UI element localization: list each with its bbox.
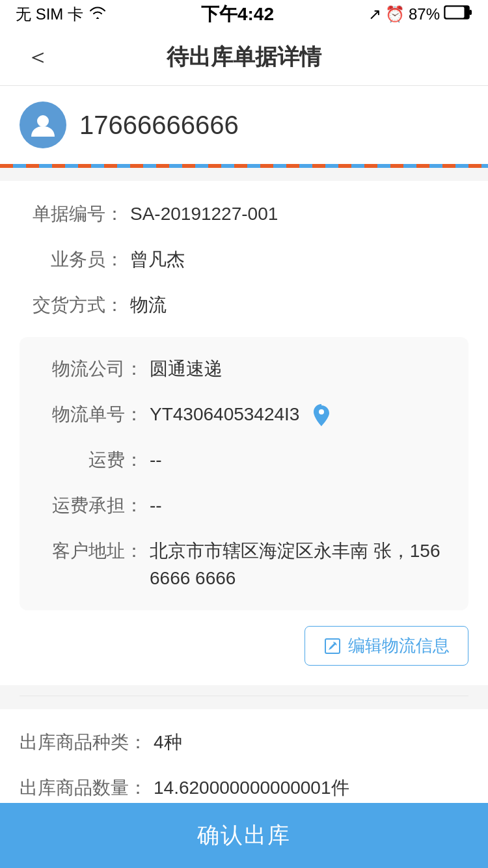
salesman-label: 业务员： — [20, 246, 124, 273]
avatar — [20, 102, 66, 148]
goods-types-value: 4种 — [154, 729, 468, 756]
carrier-label: 无 SIM 卡 — [16, 4, 83, 25]
back-button[interactable]: ＜ — [20, 34, 56, 79]
freight-value: -- — [150, 446, 449, 474]
goods-quantity-value: 14.620000000000001件 — [154, 774, 468, 802]
order-info-section: 单据编号： SA-20191227-001 业务员： 曾凡杰 交货方式： 物流 … — [0, 181, 488, 685]
svg-rect-2 — [469, 10, 472, 15]
customer-header: 17666666666 — [0, 86, 488, 164]
delivery-type-label: 交货方式： — [20, 292, 124, 319]
goods-types-label: 出库商品种类： — [20, 729, 147, 756]
svg-rect-1 — [445, 7, 464, 18]
status-right: ↗ ⏰ 87% — [368, 5, 472, 23]
freight-row: 运费： -- — [39, 446, 449, 474]
order-no-row: 单据编号： SA-20191227-001 — [20, 200, 468, 228]
divider-line — [20, 696, 468, 696]
logistics-company-label: 物流公司： — [39, 355, 143, 383]
address-value: 北京市市辖区海淀区永丰南 张，156 6666 6666 — [150, 537, 449, 592]
edit-logistics-label: 编辑物流信息 — [348, 634, 450, 657]
status-left: 无 SIM 卡 — [16, 4, 107, 25]
edit-logistics-button[interactable]: 编辑物流信息 — [305, 626, 468, 666]
order-no-label: 单据编号： — [20, 200, 124, 228]
tracking-no-label: 物流单号： — [39, 401, 143, 428]
freight-bearer-label: 运费承担： — [39, 492, 143, 519]
logistics-company-row: 物流公司： 圆通速递 — [39, 355, 449, 383]
tracking-no-value: YT43064053424I3 — [150, 401, 449, 428]
logistics-company-value: 圆通速递 — [150, 355, 449, 383]
delivery-type-value: 物流 — [130, 292, 468, 319]
battery-label: 87% — [409, 5, 440, 23]
svg-point-4 — [319, 409, 324, 414]
decorative-divider — [0, 164, 488, 168]
page-title: 待出库单据详情 — [167, 42, 321, 72]
freight-label: 运费： — [39, 446, 143, 474]
status-time: 下午4:42 — [201, 2, 274, 27]
customer-phone: 17666666666 — [79, 111, 239, 140]
freight-bearer-row: 运费承担： -- — [39, 492, 449, 519]
goods-quantity-label: 出库商品数量： — [20, 774, 147, 802]
goods-types-row: 出库商品种类： 4种 — [20, 729, 468, 756]
battery-icon — [444, 5, 472, 23]
goods-quantity-row: 出库商品数量： 14.620000000000001件 — [20, 774, 468, 802]
salesman-row: 业务员： 曾凡杰 — [20, 246, 468, 273]
address-label: 客户地址： — [39, 537, 143, 565]
logistics-card: 物流公司： 圆通速递 物流单号： YT43064053424I3 运费： — [20, 337, 468, 610]
order-no-value: SA-20191227-001 — [130, 200, 468, 228]
svg-point-3 — [37, 115, 49, 127]
delivery-type-row: 交货方式： 物流 — [20, 292, 468, 319]
confirm-button[interactable]: 确认出库 — [197, 821, 291, 850]
section-separator — [0, 685, 488, 696]
status-bar: 无 SIM 卡 下午4:42 ↗ ⏰ 87% — [0, 0, 488, 29]
bottom-confirm-area: 确认出库 — [0, 803, 488, 868]
freight-bearer-value: -- — [150, 492, 449, 519]
tracking-no-row: 物流单号： YT43064053424I3 — [39, 401, 449, 428]
alarm-icon: ⏰ — [385, 5, 405, 23]
address-row: 客户地址： 北京市市辖区海淀区永丰南 张，156 6666 6666 — [39, 537, 449, 592]
salesman-value: 曾凡杰 — [130, 246, 468, 273]
edit-logistics-button-container: 编辑物流信息 — [20, 626, 468, 666]
location-pin-icon[interactable] — [310, 403, 333, 426]
nav-bar: ＜ 待出库单据详情 — [0, 29, 488, 86]
location-icon: ↗ — [368, 5, 381, 23]
wifi-icon — [88, 5, 107, 23]
